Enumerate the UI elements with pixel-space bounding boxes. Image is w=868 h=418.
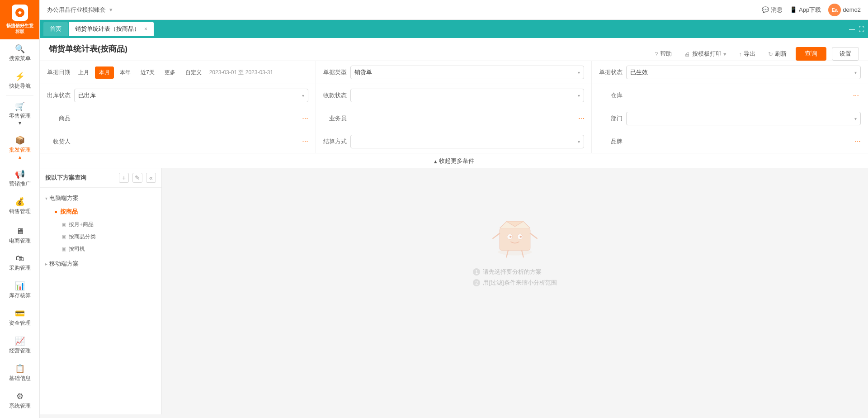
breadcrumb-dropdown[interactable]: ▾	[109, 6, 113, 13]
dept-arrow: ▾	[854, 116, 857, 121]
docstatus-select[interactable]: 已生效 ▾	[626, 66, 861, 79]
header-left: 办公用品行业模拟账套 ▾	[47, 6, 113, 14]
sidebar-item-purchase[interactable]: 🛍 采购管理	[0, 249, 39, 276]
consignee-input[interactable]: ···	[74, 135, 308, 148]
user-profile-button[interactable]: Ea demo2	[828, 4, 861, 16]
marketing-icon: 📢	[15, 169, 25, 179]
print-label: 按模板打印	[692, 50, 722, 58]
date-btn-more[interactable]: 更多	[160, 66, 179, 79]
query-button[interactable]: 查询	[796, 47, 826, 61]
filter-row-3: 商品 ··· 业务员 ··· 部门 ▾	[40, 107, 868, 130]
export-button[interactable]: ↑ 导出	[736, 48, 760, 60]
desktop-schemes-label: 电脑端方案	[49, 194, 79, 202]
warehouse-input[interactable]: ···	[626, 89, 861, 102]
export-label: 导出	[744, 50, 755, 58]
payment-select[interactable]: ▾	[350, 135, 585, 148]
desktop-schemes-group[interactable]: ▾ 电脑端方案	[40, 191, 161, 205]
consignee-label: 收货人	[47, 138, 74, 146]
collapse-panel-button[interactable]: «	[146, 173, 156, 183]
collapse-button[interactable]: ▴ 收起更多条件	[434, 157, 474, 165]
dept-label: 部门	[599, 114, 626, 123]
search-icon: 🔍	[15, 44, 25, 54]
date-btn-last-month[interactable]: 上月	[74, 66, 93, 79]
doctype-label: 单据类型	[323, 68, 350, 76]
wholesale-expand-icon: ▴	[19, 154, 21, 160]
message-label: 消息	[771, 6, 783, 14]
sidebar-item-inventory-label: 库存核算	[9, 292, 31, 299]
sidebar-item-system-label: 系统管理	[9, 402, 31, 410]
scheme-by-cashier[interactable]: ▣ 按司机	[40, 243, 161, 255]
help-icon: ?	[655, 51, 658, 57]
sidebar-item-finance-label: 资金管理	[9, 319, 31, 327]
sidebar-item-operations[interactable]: 📈 经营管理	[0, 332, 39, 359]
empty-tip-2: 2 用[过滤]条件来缩小分析范围	[473, 279, 557, 287]
brand-input[interactable]: ···	[626, 135, 861, 148]
username: demo2	[843, 6, 861, 13]
tab-sales-stats[interactable]: 销货单统计表（按商品） ×	[69, 22, 154, 36]
scheme-product-icon: ●	[54, 209, 57, 215]
app-download-button[interactable]: 📱 App下载	[790, 6, 821, 14]
sidebar-item-quicknav[interactable]: ⚡ 快捷导航	[0, 67, 39, 95]
tab-home[interactable]: 首页	[43, 22, 68, 36]
product-input[interactable]: ···	[74, 112, 308, 125]
sidebar-item-search[interactable]: 🔍 搜索菜单	[0, 39, 39, 67]
filter-cell-doctype: 单据类型 销货单 ▾	[316, 61, 592, 84]
sidebar-item-ecommerce[interactable]: 🖥 电商管理	[0, 222, 39, 249]
edit-scheme-button[interactable]: ✎	[132, 173, 142, 183]
tab-maximize-button[interactable]: ⛶	[859, 26, 864, 33]
print-button[interactable]: 🖨 按模板打印 ▾	[681, 48, 730, 60]
basic-icon: 📋	[15, 364, 25, 374]
sidebar-item-sales[interactable]: 💰 销售管理	[0, 192, 39, 220]
tab-close-button[interactable]: ×	[144, 26, 147, 32]
app-name: 畅捷信好生意	[6, 23, 33, 28]
outstatus-select[interactable]: 已出库 ▾	[74, 89, 308, 102]
filter-row-4: 收货人 ··· 结算方式 ▾ 品牌 ···	[40, 130, 868, 153]
print-dropdown-icon[interactable]: ▾	[723, 51, 726, 57]
refresh-button[interactable]: ↻ 刷新	[764, 48, 790, 60]
page-title: 销货单统计表(按商品)	[49, 43, 127, 60]
tab-minimize-button[interactable]: —	[849, 26, 855, 33]
receiptstatus-arrow: ▾	[578, 93, 580, 98]
empty-tips: 1 请先选择要分析的方案 2 用[过滤]条件来缩小分析范围	[473, 268, 557, 290]
mobile-schemes-group[interactable]: ▸ 移动端方案	[40, 257, 161, 271]
sidebar-item-marketing[interactable]: 📢 营销推广	[0, 165, 39, 192]
date-btn-custom[interactable]: 自定义	[181, 66, 206, 79]
date-btn-7days[interactable]: 近7天	[137, 66, 159, 79]
scheme-by-product[interactable]: ● 按商品	[40, 205, 161, 218]
sidebar-item-wholesale[interactable]: 📦 批发管理 ▴	[0, 131, 39, 165]
settings-button[interactable]: 设置	[832, 47, 859, 61]
mobile-toggle-icon: ▸	[45, 261, 47, 266]
date-btn-this-year[interactable]: 本年	[116, 66, 135, 79]
sidebar-item-retail[interactable]: 🛒 零售管理 ▾	[0, 97, 39, 131]
help-button[interactable]: ? 帮助	[651, 48, 675, 60]
docstatus-value: 已生效	[630, 68, 648, 76]
sidebar-item-system[interactable]: ⚙ 系统管理	[0, 387, 39, 414]
header-right: 💬 消息 📱 App下载 Ea demo2	[762, 4, 861, 16]
add-scheme-button[interactable]: +	[119, 173, 129, 183]
salesperson-input[interactable]: ···	[350, 112, 585, 125]
docstatus-arrow: ▾	[854, 70, 857, 75]
page-header: 销货单统计表(按商品) ? 帮助 🖨 按模板打印 ▾ ↑ 导出 ↻	[40, 38, 868, 61]
tip-num-1: 1	[473, 268, 480, 276]
sidebar-item-enterprise[interactable]: 🤝 企业协同	[0, 414, 39, 418]
sidebar-item-inventory[interactable]: 📊 库存核算	[0, 276, 39, 304]
receiptstatus-select[interactable]: ▾	[350, 89, 585, 102]
warehouse-label: 仓库	[599, 91, 626, 100]
edit-icon: ✎	[135, 174, 140, 181]
svg-rect-2	[500, 228, 530, 251]
sidebar-item-basic[interactable]: 📋 基础信息	[0, 359, 39, 387]
doctype-select[interactable]: 销货单 ▾	[350, 66, 585, 79]
dept-select[interactable]: ▾	[626, 112, 861, 125]
app-subtitle: 标版	[15, 28, 24, 35]
sidebar-item-operations-label: 经营管理	[9, 347, 31, 355]
collapse-panel-icon: «	[149, 174, 153, 181]
message-button[interactable]: 💬 消息	[762, 6, 783, 14]
scheme-by-month-product[interactable]: ▣ 按月+商品	[40, 218, 161, 231]
brand-dots: ···	[855, 138, 861, 146]
scheme-by-category[interactable]: ▣ 按商品分类	[40, 231, 161, 243]
sidebar-item-finance[interactable]: 💳 资金管理	[0, 304, 39, 332]
sidebar-nav: 🔍 搜索菜单 ⚡ 快捷导航 🛒 零售管理 ▾ 📦 批发管理 ▴ 📢 营销推广 💰…	[0, 39, 39, 418]
scheme-cashier-icon: ▣	[61, 246, 66, 252]
date-btn-this-month[interactable]: 本月	[95, 66, 114, 79]
system-icon: ⚙	[16, 391, 24, 401]
